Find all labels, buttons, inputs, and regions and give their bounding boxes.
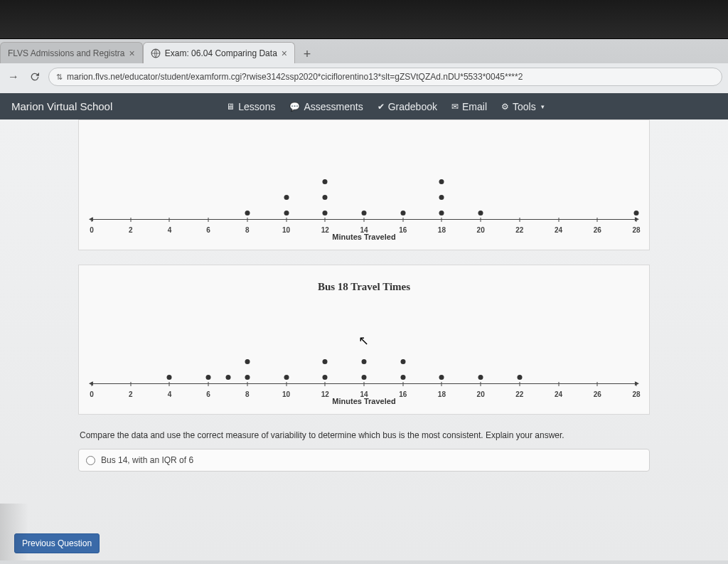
tick-label: 4	[168, 226, 172, 234]
question-prompt: Compare the data and use the correct mea…	[80, 429, 648, 442]
tick	[597, 218, 598, 222]
tick-label: 28	[632, 390, 640, 398]
tick-label: 4	[168, 390, 172, 398]
tick-label: 6	[206, 390, 210, 398]
nav-email[interactable]: ✉ Email	[451, 101, 487, 112]
tick	[636, 218, 637, 222]
tick-label: 26	[594, 226, 601, 234]
dotplot-bus14: ◄ ► Minutes Traveled 0246810121416182022…	[78, 119, 650, 250]
tick-label: 20	[477, 390, 485, 398]
tick	[441, 218, 442, 222]
tick	[325, 382, 326, 386]
url-bar[interactable]: ⇅ marion.flvs.net/educator/student/examf…	[48, 68, 722, 86]
tick	[558, 218, 559, 222]
data-dot	[167, 375, 172, 380]
tab-label: FLVS Admissions and Registra	[8, 48, 125, 58]
plot-title: Bus 18 Travel Times	[92, 281, 636, 293]
laptop-bezel	[0, 0, 728, 39]
tick	[169, 382, 170, 386]
data-dot	[245, 375, 250, 380]
nav-gradebook[interactable]: ✔ Gradebook	[378, 101, 437, 112]
url-text: marion.flvs.net/educator/student/examfor…	[67, 72, 523, 82]
tick-label: 22	[515, 226, 523, 234]
tick	[364, 218, 365, 222]
tick-label: 20	[477, 226, 485, 234]
nav-label: Gradebook	[388, 101, 437, 112]
nav-lessons[interactable]: 🖥 Lessons	[226, 101, 275, 112]
tick	[325, 218, 326, 222]
tick-label: 24	[555, 390, 562, 398]
data-dot	[245, 359, 250, 364]
gear-icon: ⚙	[501, 102, 509, 112]
data-dot	[245, 211, 250, 216]
browser-chrome: FLVS Admissions and Registra × Exam: 06.…	[0, 39, 728, 93]
tick-label: 8	[245, 390, 250, 398]
tick	[402, 218, 403, 222]
radio-option-a[interactable]	[86, 456, 95, 465]
message-icon: 💬	[289, 102, 300, 112]
data-dot	[439, 375, 444, 380]
arrow-right-icon: ►	[633, 379, 641, 387]
close-icon[interactable]: ×	[282, 48, 287, 59]
data-dot	[323, 179, 328, 184]
data-dot	[362, 375, 367, 380]
data-dot	[225, 375, 230, 380]
tick	[208, 218, 209, 222]
mouse-cursor: ↖	[358, 333, 369, 348]
tick-label: 28	[632, 226, 640, 234]
tick	[481, 382, 481, 386]
globe-icon	[151, 48, 161, 58]
tick-label: 16	[399, 226, 407, 234]
previous-question-button[interactable]: Previous Question	[14, 533, 100, 553]
tick	[286, 218, 287, 222]
nav-label: Assessments	[304, 101, 363, 112]
data-dot	[323, 375, 328, 380]
data-dot	[206, 375, 211, 380]
tick-label: 12	[321, 226, 329, 234]
tick-label: 0	[90, 390, 94, 398]
close-icon[interactable]: ×	[129, 48, 135, 59]
tick-label: 16	[399, 390, 407, 398]
tick-label: 2	[129, 390, 133, 398]
data-dot	[400, 375, 405, 380]
tick-label: 0	[90, 226, 94, 234]
tick	[92, 218, 92, 222]
reload-icon	[29, 71, 41, 83]
app-header: Marion Virtual School 🖥 Lessons 💬 Assess…	[0, 93, 728, 119]
tick-label: 14	[360, 226, 368, 234]
tick-label: 18	[438, 226, 446, 234]
toolbar: → ⇅ marion.flvs.net/educator/student/exa…	[0, 63, 728, 93]
tick	[402, 382, 403, 386]
tick	[519, 218, 520, 222]
plot-area: ◄ ► Minutes Traveled ↖ 02468101214161820…	[92, 313, 636, 398]
forward-button[interactable]: →	[6, 69, 21, 85]
data-dot	[362, 359, 367, 364]
new-tab-button[interactable]: +	[298, 45, 316, 63]
nav-assessments[interactable]: 💬 Assessments	[289, 101, 363, 112]
data-dot	[362, 211, 367, 216]
tick-label: 22	[515, 390, 523, 398]
tick-label: 2	[129, 226, 133, 234]
reload-button[interactable]	[27, 69, 43, 85]
tick	[247, 382, 247, 386]
data-dot	[284, 375, 289, 380]
chevron-down-icon: ▾	[541, 103, 545, 110]
tab-exam-comparing-data[interactable]: Exam: 06.04 Comparing Data ×	[143, 42, 295, 63]
option-label: Bus 14, with an IQR of 6	[101, 455, 193, 465]
tick	[558, 382, 559, 386]
tick	[519, 382, 520, 386]
tab-flvs-admissions[interactable]: FLVS Admissions and Registra ×	[0, 42, 143, 63]
tick	[286, 382, 287, 386]
nav-label: Lessons	[238, 101, 275, 112]
tick	[441, 382, 442, 386]
tick-label: 18	[438, 390, 446, 398]
site-settings-icon[interactable]: ⇅	[56, 73, 63, 82]
answer-option-a[interactable]: Bus 14, with an IQR of 6	[78, 449, 650, 472]
monitor-icon: 🖥	[226, 102, 235, 112]
data-dot	[634, 211, 639, 216]
dotplot-bus18: Bus 18 Travel Times ◄ ► Minutes Traveled…	[78, 265, 650, 415]
tick-label: 24	[555, 226, 562, 234]
nav-tools[interactable]: ⚙ Tools ▾	[501, 101, 545, 112]
tick-label: 10	[282, 226, 290, 234]
tick	[481, 218, 481, 222]
